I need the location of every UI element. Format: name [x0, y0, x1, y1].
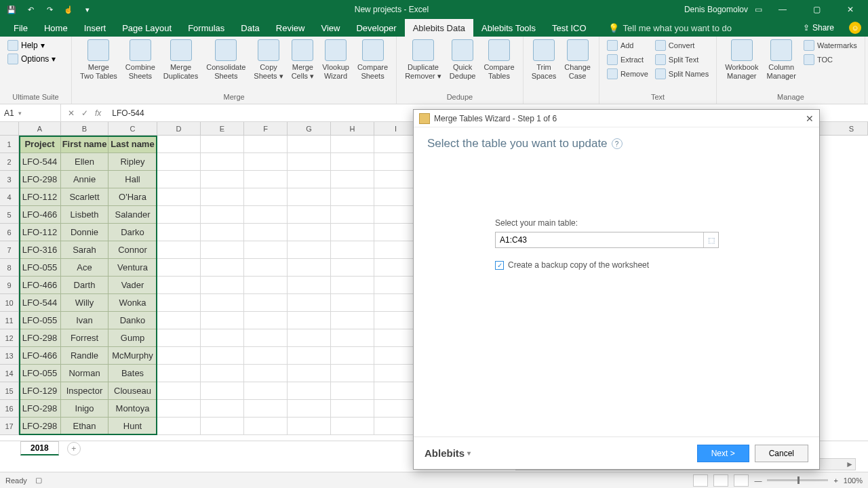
- row-head[interactable]: 5: [0, 206, 19, 224]
- options-button[interactable]: Options ▾: [5, 53, 58, 65]
- table-cell[interactable]: LFO-298: [19, 329, 61, 347]
- empty-cell[interactable]: [288, 347, 331, 365]
- empty-cell[interactable]: [374, 188, 418, 206]
- empty-cell[interactable]: [244, 224, 288, 241]
- table-cell[interactable]: LFO-055: [19, 312, 61, 329]
- table-cell[interactable]: LFO-298: [19, 171, 61, 188]
- empty-cell[interactable]: [201, 241, 244, 259]
- table-cell[interactable]: LFO-055: [19, 259, 61, 277]
- table-cell[interactable]: Salander: [108, 206, 157, 224]
- trim-btn-0[interactable]: TrimSpaces: [529, 39, 559, 80]
- empty-cell[interactable]: [288, 312, 331, 329]
- qat-more-icon[interactable]: ▾: [80, 3, 95, 16]
- table-cell[interactable]: LFO-112: [19, 188, 61, 206]
- col-E[interactable]: E: [201, 122, 244, 135]
- manage-btn-3[interactable]: TOC: [802, 54, 859, 66]
- empty-cell[interactable]: [288, 188, 331, 206]
- col-G[interactable]: G: [288, 122, 331, 135]
- tab-insert[interactable]: Insert: [76, 19, 115, 37]
- empty-cell[interactable]: [374, 153, 418, 171]
- empty-cell[interactable]: [374, 400, 418, 418]
- row-head[interactable]: 12: [0, 329, 19, 347]
- tab-test-ico[interactable]: Test ICO: [544, 19, 595, 37]
- table-cell[interactable]: Clouseau: [108, 382, 157, 400]
- empty-cell[interactable]: [201, 277, 244, 294]
- empty-cell[interactable]: [288, 294, 331, 312]
- table-cell[interactable]: Darth: [61, 277, 108, 294]
- table-cell[interactable]: Montoya: [108, 400, 157, 418]
- share-button[interactable]: ⇪ Share: [795, 23, 842, 33]
- empty-cell[interactable]: [288, 259, 331, 277]
- cancel-button[interactable]: Cancel: [755, 445, 808, 462]
- tab-file[interactable]: File: [5, 19, 36, 37]
- table-cell[interactable]: Gump: [108, 329, 157, 347]
- undo-icon[interactable]: ↶: [23, 3, 38, 16]
- table-cell[interactable]: Ethan: [61, 418, 108, 435]
- feedback-icon[interactable]: ☺: [849, 22, 861, 34]
- col-F[interactable]: F: [244, 122, 288, 135]
- empty-cell[interactable]: [157, 382, 201, 400]
- empty-cell[interactable]: [331, 171, 374, 188]
- table-cell[interactable]: LFO-112: [19, 224, 61, 241]
- cancel-formula-icon[interactable]: ✕: [68, 108, 75, 118]
- empty-cell[interactable]: [244, 153, 288, 171]
- empty-cell[interactable]: [244, 136, 288, 153]
- tab-view[interactable]: View: [313, 19, 348, 37]
- text-btn-2[interactable]: Remove: [605, 68, 650, 80]
- table-cell[interactable]: LFO-055: [19, 365, 61, 382]
- table-cell[interactable]: Ventura: [108, 259, 157, 277]
- empty-cell[interactable]: [288, 241, 331, 259]
- merge-btn-7[interactable]: CompareSheets: [355, 39, 391, 80]
- empty-cell[interactable]: [244, 312, 288, 329]
- empty-cell[interactable]: [201, 329, 244, 347]
- empty-cell[interactable]: [374, 171, 418, 188]
- empty-cell[interactable]: [201, 365, 244, 382]
- brand-menu[interactable]: Ablebits▾: [425, 447, 471, 459]
- tab-home[interactable]: Home: [36, 19, 76, 37]
- zoom-in-button[interactable]: +: [833, 476, 837, 485]
- row-head[interactable]: 9: [0, 277, 19, 294]
- empty-cell[interactable]: [157, 365, 201, 382]
- empty-cell[interactable]: [288, 224, 331, 241]
- fx-icon[interactable]: fx: [95, 108, 101, 118]
- empty-cell[interactable]: [374, 329, 418, 347]
- text-btn-0[interactable]: Add: [605, 39, 650, 52]
- row-head[interactable]: 13: [0, 347, 19, 365]
- empty-cell[interactable]: [331, 294, 374, 312]
- empty-cell[interactable]: [288, 171, 331, 188]
- empty-cell[interactable]: [157, 418, 201, 435]
- zoom-slider[interactable]: [767, 479, 828, 481]
- empty-cell[interactable]: [157, 277, 201, 294]
- help-button[interactable]: Help ▾: [5, 39, 58, 52]
- col-I[interactable]: I: [374, 122, 418, 135]
- row-head[interactable]: 6: [0, 224, 19, 241]
- empty-cell[interactable]: [157, 241, 201, 259]
- table-cell[interactable]: LFO-466: [19, 347, 61, 365]
- text-btn-4[interactable]: Split Text: [653, 54, 711, 66]
- row-head[interactable]: 15: [0, 382, 19, 400]
- empty-cell[interactable]: [331, 400, 374, 418]
- tab-pagelayout[interactable]: Page Layout: [114, 19, 180, 37]
- empty-cell[interactable]: [374, 347, 418, 365]
- tab-formulas[interactable]: Formulas: [180, 19, 233, 37]
- empty-cell[interactable]: [374, 136, 418, 153]
- empty-cell[interactable]: [201, 153, 244, 171]
- col-S[interactable]: S: [835, 122, 868, 135]
- empty-cell[interactable]: [288, 329, 331, 347]
- empty-cell[interactable]: [331, 259, 374, 277]
- range-picker-icon[interactable]: ⬚: [703, 232, 718, 247]
- zoom-out-button[interactable]: —: [754, 476, 762, 485]
- trim-btn-1[interactable]: ChangeCase: [561, 39, 593, 80]
- backup-checkbox-row[interactable]: ✓ Create a backup copy of the worksheet: [495, 260, 799, 270]
- empty-cell[interactable]: [201, 206, 244, 224]
- table-cell[interactable]: LFO-466: [19, 277, 61, 294]
- col-H[interactable]: H: [331, 122, 374, 135]
- table-cell[interactable]: Hunt: [108, 418, 157, 435]
- empty-cell[interactable]: [331, 153, 374, 171]
- table-cell[interactable]: Hall: [108, 171, 157, 188]
- merge-btn-6[interactable]: VlookupWizard: [319, 39, 352, 80]
- merge-btn-4[interactable]: CopySheets ▾: [251, 39, 285, 80]
- empty-cell[interactable]: [157, 259, 201, 277]
- tab-ablebits-tools[interactable]: Ablebits Tools: [473, 19, 544, 37]
- empty-cell[interactable]: [331, 347, 374, 365]
